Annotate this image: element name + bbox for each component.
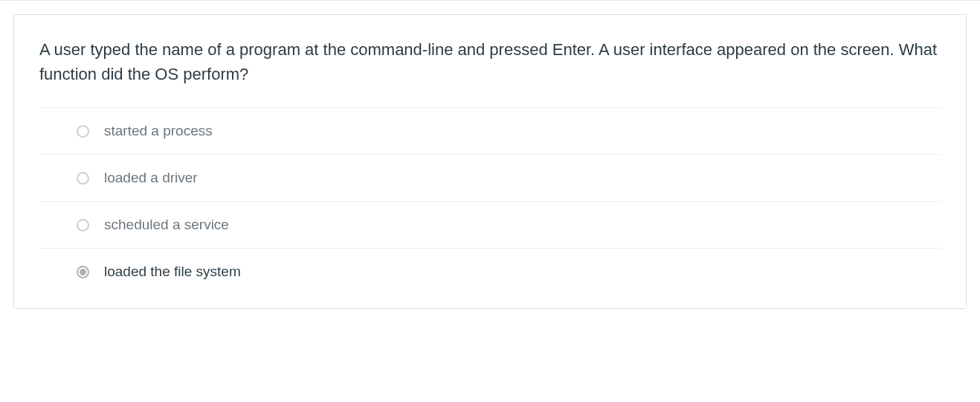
option-row-0[interactable]: started a process <box>39 107 941 154</box>
radio-icon <box>77 266 89 278</box>
option-row-2[interactable]: scheduled a service <box>39 201 941 248</box>
question-header: A user typed the name of a program at th… <box>14 15 966 107</box>
option-row-3[interactable]: loaded the file system <box>39 248 941 295</box>
question-prompt: A user typed the name of a program at th… <box>39 37 941 86</box>
option-label: loaded the file system <box>104 264 241 280</box>
option-label: loaded a driver <box>104 170 198 186</box>
radio-icon <box>77 172 89 185</box>
option-label: started a process <box>104 123 213 139</box>
radio-icon <box>77 125 89 138</box>
question-card: A user typed the name of a program at th… <box>13 14 967 309</box>
option-row-1[interactable]: loaded a driver <box>39 154 941 201</box>
radio-icon <box>77 219 89 232</box>
options-list: started a process loaded a driver schedu… <box>14 107 966 308</box>
option-label: scheduled a service <box>104 217 229 233</box>
